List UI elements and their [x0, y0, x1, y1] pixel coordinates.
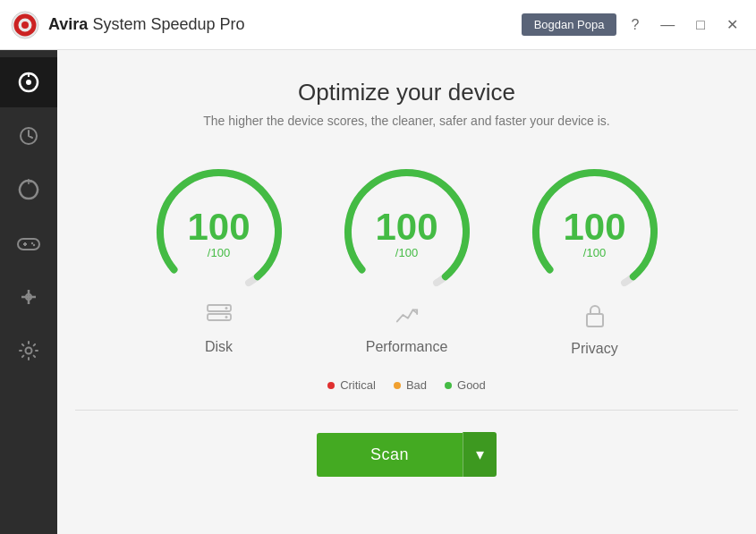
privacy-gauge: 100 /100: [523, 160, 667, 303]
svg-rect-7: [18, 239, 39, 250]
svg-point-10: [31, 242, 33, 244]
sidebar-item-dashboard[interactable]: [0, 57, 57, 107]
legend-good: Good: [445, 378, 486, 392]
minimize-button[interactable]: —: [653, 13, 682, 37]
performance-score-center: 100 /100: [375, 205, 437, 259]
app-logo: [11, 11, 39, 39]
performance-label: Performance: [366, 339, 448, 355]
privacy-score-center: 100 /100: [563, 205, 625, 259]
legend-critical-dot: [327, 382, 335, 389]
legend-good-label: Good: [457, 378, 486, 392]
legend-bad-dot: [394, 382, 401, 389]
performance-max: /100: [375, 246, 437, 259]
main-content: Optimize your device The higher the devi…: [57, 50, 756, 534]
sidebar-item-optimizer[interactable]: [0, 165, 57, 215]
app-title: Avira System Speedup Pro: [48, 15, 244, 34]
disk-card: 100 /100 Disk: [148, 160, 291, 357]
legend-critical-label: Critical: [340, 378, 376, 392]
legend-bad-label: Bad: [406, 378, 427, 392]
scan-dropdown-button[interactable]: ▾: [463, 432, 497, 477]
sidebar-item-gaming[interactable]: [0, 218, 57, 268]
disk-gauge: 100 /100: [148, 160, 291, 303]
page-subtitle: The higher the device scores, the cleane…: [203, 114, 609, 128]
performance-card: 100 /100 Performance: [336, 160, 479, 357]
privacy-max: /100: [563, 246, 625, 259]
performance-score: 100: [375, 208, 437, 246]
disk-score-center: 100 /100: [187, 205, 250, 259]
legend-bad: Bad: [394, 378, 427, 392]
svg-point-4: [26, 80, 31, 85]
help-button[interactable]: ?: [624, 13, 646, 37]
page-title: Optimize your device: [298, 79, 515, 106]
window-controls: Bogdan Popa ? — □ ✕: [522, 13, 745, 37]
sidebar-item-history[interactable]: [0, 111, 57, 161]
sidebar: [0, 50, 57, 534]
scan-button-container: Scan ▾: [317, 432, 497, 477]
legend-critical: Critical: [327, 378, 376, 392]
legend-good-dot: [445, 382, 452, 389]
privacy-card: 100 /100 Privacy: [523, 160, 667, 357]
score-cards: 100 /100 Disk: [148, 160, 667, 357]
privacy-label: Privacy: [571, 341, 617, 357]
disk-label: Disk: [205, 339, 233, 355]
svg-point-11: [33, 244, 35, 246]
user-badge[interactable]: Bogdan Popa: [522, 13, 617, 36]
maximize-button[interactable]: □: [689, 13, 712, 37]
privacy-score: 100: [563, 208, 625, 246]
svg-point-2: [21, 21, 29, 29]
legend: Critical Bad Good: [327, 378, 486, 392]
disk-max: /100: [187, 246, 250, 259]
sidebar-item-settings[interactable]: [0, 326, 57, 376]
title-bar: Avira System Speedup Pro Bogdan Popa ? —…: [0, 0, 756, 50]
close-button[interactable]: ✕: [719, 13, 745, 37]
divider: [75, 410, 738, 411]
disk-score: 100: [187, 208, 250, 246]
svg-point-15: [26, 348, 32, 354]
sidebar-item-tools[interactable]: [0, 272, 57, 322]
main-layout: Optimize your device The higher the devi…: [0, 50, 756, 534]
scan-button[interactable]: Scan: [317, 433, 463, 477]
performance-gauge: 100 /100: [336, 160, 479, 303]
